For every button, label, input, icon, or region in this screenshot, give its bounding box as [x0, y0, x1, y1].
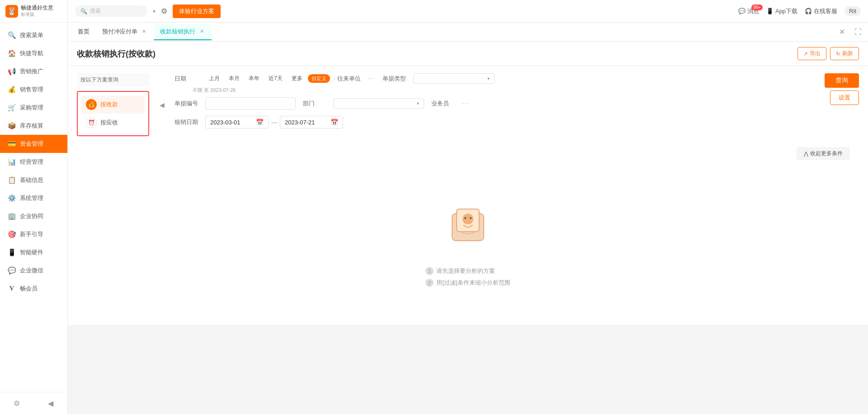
chevron-up-icon: ⋀: [804, 151, 808, 157]
main-area: 🔍 搜索 ▾ ⚙ 体验行业方案 💬 消息 99+ 📱 App下载 🎧 在线客服 …: [68, 0, 868, 414]
app-download-button[interactable]: 📱 App下载: [766, 7, 797, 15]
message-badge: 99+: [751, 5, 763, 10]
query-button[interactable]: 查询: [825, 73, 859, 88]
sidebar-item-sales[interactable]: 💰 销售管理: [0, 81, 67, 99]
page: 收款核销执行(按收款) ↗ 导出 ↻ 刷新 按以下方案查询: [68, 42, 868, 414]
bill-type-select[interactable]: ▾: [413, 73, 495, 84]
empty-tip-2: 2 用[过滤]条件来缩小分析范围: [425, 277, 510, 289]
counterpart-label: 往来单位: [337, 75, 364, 83]
page-title: 收款核销执行(按收款): [77, 48, 156, 59]
marketing-icon: 📢: [7, 67, 16, 76]
tab-close-all-button[interactable]: ✕: [835, 26, 848, 38]
sidebar-item-newbie[interactable]: 🎯 新手引导: [0, 225, 67, 243]
member-icon: V: [7, 284, 16, 293]
setting-button[interactable]: 设置: [830, 90, 859, 105]
staff-dots[interactable]: ···: [462, 100, 469, 108]
sidebar-item-basic[interactable]: 📋 基础信息: [0, 171, 67, 189]
topbar-right: 💬 消息 99+ 📱 App下载 🎧 在线客服 Rit: [738, 6, 861, 16]
sales-icon: 💰: [7, 85, 16, 94]
filter-collapse-button[interactable]: ◀: [156, 73, 167, 136]
last-7days-btn[interactable]: 近7天: [265, 73, 286, 84]
topbar-gear-icon[interactable]: ⚙: [161, 7, 167, 15]
counterpart-field: 往来单位 ···: [337, 75, 375, 83]
writeoff-date-from-input[interactable]: 2023-03-01 📅: [205, 116, 269, 128]
filter-option-by-receipt[interactable]: 💰 按收款: [81, 95, 145, 114]
sidebar-item-member[interactable]: V 畅会员: [0, 280, 67, 298]
filter-option-by-receivable[interactable]: ⏰ 按应收: [81, 114, 145, 132]
tab-home[interactable]: 首页: [71, 24, 96, 40]
purchase-icon: 🛒: [7, 103, 16, 112]
refresh-button[interactable]: ↻ 刷新: [830, 47, 859, 60]
export-icon: ↗: [803, 51, 808, 57]
page-header: 收款核销执行(按收款) ↗ 导出 ↻ 刷新: [68, 42, 868, 66]
date-no-limit: 不限 至 2023-07-26: [193, 87, 236, 93]
industry-solution-button[interactable]: 体验行业方案: [173, 5, 221, 18]
staff-field: 业务员 ···: [431, 100, 469, 108]
user-account[interactable]: Rit: [844, 6, 861, 16]
this-month-btn[interactable]: 本月: [225, 73, 243, 84]
sidebar-item-system[interactable]: ⚙️ 系统管理: [0, 189, 67, 207]
sidebar-nav: 🔍 搜索菜单 🏠 快捷导航 📢 营销推广 💰 销售管理 🛒 采购管理 📦 库存核…: [0, 23, 67, 392]
empty-tips: 1 请先选择要分析的方案 2 用[过滤]条件来缩小分析范围: [425, 265, 510, 289]
message-button[interactable]: 💬 消息 99+: [738, 7, 759, 15]
topbar-dropdown-arrow[interactable]: ▾: [153, 8, 156, 14]
logo-icon: 🐰: [5, 5, 18, 18]
writeoff-date-label: 核销日期: [175, 118, 202, 126]
calendar-to-icon: 📅: [330, 119, 338, 126]
logo-text: 畅捷通好生意 标准版: [21, 5, 53, 18]
online-service-button[interactable]: 🎧 在线客服: [805, 7, 837, 15]
tab-receipt-writeoff-close[interactable]: ✕: [198, 28, 205, 35]
dept-label: 部门: [303, 100, 330, 108]
sidebar-bottom: ⚙ ◀: [0, 392, 67, 414]
sidebar-item-business[interactable]: 📊 经营管理: [0, 153, 67, 171]
basic-icon: 📋: [7, 176, 16, 185]
sidebar-item-finance[interactable]: 💳 资金管理: [0, 135, 67, 153]
svg-point-3: [464, 217, 466, 219]
filter-panel-title: 按以下方案查询: [77, 73, 149, 86]
last-month-btn[interactable]: 上月: [205, 73, 223, 84]
sidebar-item-marketing[interactable]: 📢 营销推广: [0, 62, 67, 81]
collapse-more-button[interactable]: ⋀ 收起更多条件: [797, 147, 850, 160]
empty-state: 1 请先选择要分析的方案 2 用[过滤]条件来缩小分析范围: [68, 164, 868, 325]
tab-receipt-writeoff[interactable]: 收款核销执行 ✕: [154, 24, 212, 40]
writeoff-date-to-input[interactable]: 2023-07-21 📅: [280, 116, 343, 128]
export-button[interactable]: ↗ 导出: [797, 47, 826, 60]
wechat-icon: 💬: [7, 266, 16, 275]
inventory-icon: 📦: [7, 121, 16, 130]
bill-no-input[interactable]: [205, 97, 296, 109]
this-year-btn[interactable]: 本年: [245, 73, 263, 84]
bill-no-field: 单据编号: [175, 97, 296, 109]
tab-prepay-close[interactable]: ✕: [140, 28, 147, 35]
sidebar-item-hardware[interactable]: 📱 智能硬件: [0, 243, 67, 262]
page-content: 收款核销执行(按收款) ↗ 导出 ↻ 刷新 按以下方案查询: [68, 42, 868, 414]
dept-select[interactable]: ▾: [334, 98, 424, 109]
refresh-icon: ↻: [836, 51, 840, 57]
tab-prepay[interactable]: 预付冲应付单 ✕: [96, 24, 154, 40]
more-date-btn[interactable]: 更多: [288, 73, 306, 84]
logo: 🐰 畅捷通好生意 标准版: [0, 0, 67, 23]
svg-point-2: [462, 214, 473, 224]
custom-date-badge: 自定义: [308, 74, 330, 83]
receipt-icon: 💰: [86, 99, 97, 110]
sidebar-item-inventory[interactable]: 📦 库存核算: [0, 117, 67, 135]
counterpart-dots[interactable]: ···: [368, 75, 375, 83]
newbie-icon: 🎯: [7, 230, 16, 239]
date-separator: —: [271, 119, 277, 126]
tab-expand-button[interactable]: ⛶: [852, 26, 864, 38]
sidebar-item-search[interactable]: 🔍 搜索菜单: [0, 26, 67, 44]
sidebar-item-quick-nav[interactable]: 🏠 快捷导航: [0, 44, 67, 62]
empty-illustration: [441, 200, 495, 254]
chevron-down-icon: ▾: [487, 76, 490, 81]
search-placeholder: 搜索: [90, 7, 101, 15]
staff-label: 业务员: [431, 100, 458, 108]
settings-bottom-button[interactable]: ⚙: [9, 396, 24, 410]
sidebar-item-wechat[interactable]: 💬 企业微信: [0, 262, 67, 280]
sidebar-item-purchase[interactable]: 🛒 采购管理: [0, 99, 67, 117]
collapse-sidebar-button[interactable]: ◀: [43, 396, 58, 410]
collapse-more-area: ⋀ 收起更多条件: [68, 143, 868, 164]
writeoff-date-field: 核销日期 2023-03-01 📅 — 2023-07-21: [175, 116, 343, 128]
empty-tip-1: 1 请先选择要分析的方案: [425, 265, 510, 277]
enterprise-icon: 🏢: [7, 212, 16, 221]
topbar-search[interactable]: 🔍 搜索: [75, 5, 147, 17]
sidebar-item-enterprise[interactable]: 🏢 企业协同: [0, 207, 67, 225]
